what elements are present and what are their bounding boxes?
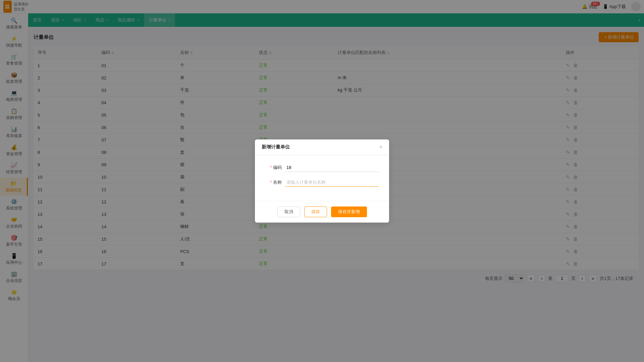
save-and-new-button[interactable]: 保存并新增 (331, 206, 367, 217)
code-label: 编码 (265, 165, 282, 171)
save-button[interactable]: 保存 (304, 206, 327, 217)
modal-title: 新增计量单位 (262, 144, 290, 150)
modal-header: 新增计量单位 × (255, 139, 389, 155)
code-form-row: 编码 (265, 163, 379, 172)
name-input[interactable] (285, 178, 379, 187)
add-unit-modal: 新增计量单位 × 编码 名称 取消 保存 保存并新增 (255, 139, 389, 223)
modal-footer: 取消 保存 保存并新增 (255, 201, 389, 223)
modal-close-button[interactable]: × (379, 144, 382, 150)
name-form-row: 名称 (265, 178, 379, 187)
name-label: 名称 (265, 179, 282, 185)
modal-overlay[interactable]: 新增计量单位 × 编码 名称 取消 保存 保存并新增 (0, 0, 644, 362)
modal-body: 编码 名称 (255, 155, 389, 201)
cancel-button[interactable]: 取消 (277, 206, 300, 217)
code-input[interactable] (285, 163, 379, 172)
